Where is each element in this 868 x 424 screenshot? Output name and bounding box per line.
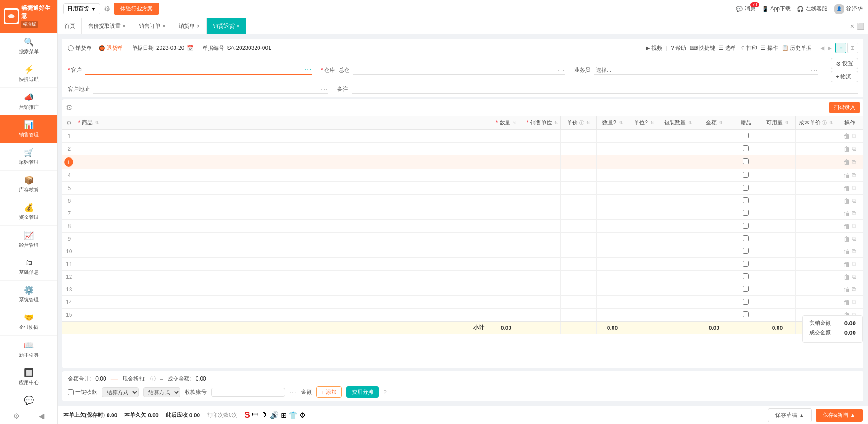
- row-pack-3[interactable]: [660, 155, 696, 169]
- row-gift-10[interactable]: [732, 245, 760, 258]
- row-unit2-12[interactable]: [628, 271, 660, 283]
- row-amount-13[interactable]: [696, 283, 732, 296]
- tab-delivery-close-icon[interactable]: ×: [197, 23, 200, 29]
- calendar-icon[interactable]: 📅: [187, 45, 193, 51]
- row-qty2-13[interactable]: [597, 283, 628, 296]
- warehouse-dots-btn[interactable]: ···: [558, 66, 565, 74]
- gift-checkbox-11[interactable]: [743, 261, 749, 267]
- warehouse-input[interactable]: [353, 66, 558, 74]
- row-amount-9[interactable]: [696, 233, 732, 245]
- gift-checkbox-9[interactable]: [743, 235, 749, 241]
- message-btn[interactable]: 💬 消息 70: [736, 5, 755, 13]
- row-delete-icon-10[interactable]: 🗑: [844, 248, 850, 255]
- unit2-sort-icon[interactable]: ⇅: [651, 120, 654, 125]
- row-cost-3[interactable]: [796, 155, 836, 169]
- amount-sort-icon[interactable]: ⇅: [719, 120, 722, 125]
- qty-sort-icon[interactable]: ⇅: [513, 120, 516, 125]
- sidebar-collapse-icon[interactable]: ◀: [39, 412, 44, 420]
- scan-btn[interactable]: 扫码录入: [829, 102, 860, 113]
- radio-delivery[interactable]: 销货单: [68, 44, 92, 52]
- row-pack-7[interactable]: [660, 207, 696, 220]
- salesperson-input[interactable]: [594, 66, 811, 74]
- action-history[interactable]: 📋 历史单据: [782, 44, 811, 52]
- row-amount-10[interactable]: [696, 245, 732, 258]
- row-unit-4[interactable]: [524, 169, 561, 182]
- row-gift-11[interactable]: [732, 258, 760, 271]
- row-qty-6[interactable]: [488, 195, 524, 207]
- row-delete-icon-6[interactable]: 🗑: [844, 197, 850, 205]
- tab-price-close-icon[interactable]: ×: [123, 23, 126, 29]
- sidebar-item-system[interactable]: ⚙️ 系统管理: [0, 281, 57, 308]
- row-qty2-10[interactable]: [597, 245, 628, 258]
- sidebar-item-purchase[interactable]: 🛒 采购管理: [0, 143, 57, 171]
- row-price-10[interactable]: [561, 245, 597, 258]
- row-price-14[interactable]: [561, 296, 597, 309]
- row-cost-2[interactable]: [796, 143, 836, 155]
- goods-sort-icon[interactable]: ⇅: [95, 120, 99, 125]
- row-unit2-4[interactable]: [628, 169, 660, 182]
- row-amount-8[interactable]: [696, 220, 732, 233]
- row-cost-7[interactable]: [796, 207, 836, 220]
- table-settings-icon[interactable]: ⚙: [66, 103, 72, 112]
- row-unit-6[interactable]: [524, 195, 561, 207]
- calc-method-select[interactable]: 结算方式: [143, 387, 180, 397]
- row-qty-4[interactable]: [488, 169, 524, 182]
- gift-checkbox-4[interactable]: [743, 172, 749, 178]
- account-no-input[interactable]: [211, 388, 285, 397]
- tab-return-close-icon[interactable]: ×: [236, 23, 240, 29]
- row-qty-11[interactable]: [488, 258, 524, 271]
- row-avail-15[interactable]: [760, 309, 796, 322]
- row-unit-5[interactable]: [524, 182, 561, 195]
- row-price-4[interactable]: [561, 169, 597, 182]
- row-amount-6[interactable]: [696, 195, 732, 207]
- action-select[interactable]: ☰ 选单: [719, 44, 736, 52]
- row-copy-icon-9[interactable]: ⧉: [852, 235, 856, 243]
- row-price-11[interactable]: [561, 258, 597, 271]
- row-delete-icon-12[interactable]: 🗑: [844, 273, 850, 281]
- row-pack-4[interactable]: [660, 169, 696, 182]
- action-print[interactable]: 🖨 打印: [740, 44, 757, 52]
- cost-sort-icon[interactable]: ⇅: [829, 120, 833, 125]
- row-unit-10[interactable]: [524, 245, 561, 258]
- qty2-sort-icon[interactable]: ⇅: [619, 120, 623, 125]
- row-copy-icon-8[interactable]: ⧉: [852, 222, 856, 230]
- row-gift-14[interactable]: [732, 296, 760, 309]
- row-pack-12[interactable]: [660, 271, 696, 283]
- row-amount-15[interactable]: [696, 309, 732, 322]
- sidebar-item-enterprise[interactable]: 🤝 企业协同: [0, 308, 57, 336]
- row-amount-1[interactable]: [696, 130, 732, 143]
- row-avail-2[interactable]: [760, 143, 796, 155]
- price-sort-icon[interactable]: ⇅: [586, 120, 590, 125]
- tab-close-all-icon[interactable]: ×: [850, 23, 854, 30]
- row-copy-icon-4[interactable]: ⧉: [852, 172, 856, 179]
- row-copy-icon-10[interactable]: ⧉: [852, 248, 856, 255]
- row-avail-3[interactable]: [760, 155, 796, 169]
- action-help[interactable]: ? 帮助: [671, 44, 686, 52]
- row-avail-11[interactable]: [760, 258, 796, 271]
- row-qty2-12[interactable]: [597, 271, 628, 283]
- row-cost-11[interactable]: [796, 258, 836, 271]
- row-amount-11[interactable]: [696, 258, 732, 271]
- row-qty-15[interactable]: [488, 309, 524, 322]
- s-icon-5[interactable]: ⊞: [281, 411, 287, 419]
- row-copy-icon-3[interactable]: ⧉: [852, 158, 856, 166]
- row-unit2-3[interactable]: [628, 155, 660, 169]
- row-cost-6[interactable]: [796, 195, 836, 207]
- row-gift-6[interactable]: [732, 195, 760, 207]
- row-avail-12[interactable]: [760, 271, 796, 283]
- remark-input[interactable]: [352, 85, 858, 93]
- tab-order[interactable]: 销售订单 ×: [132, 18, 172, 34]
- row-pack-15[interactable]: [660, 309, 696, 322]
- s-icon-4[interactable]: 🔊: [270, 411, 279, 419]
- row-unit-15[interactable]: [524, 309, 561, 322]
- topbar-gear-icon[interactable]: ⚙: [104, 5, 110, 13]
- row-pack-11[interactable]: [660, 258, 696, 271]
- row-unit2-9[interactable]: [628, 233, 660, 245]
- cost-info-icon[interactable]: ⓘ: [822, 120, 827, 125]
- row-gift-4[interactable]: [732, 169, 760, 182]
- row-delete-icon-4[interactable]: 🗑: [844, 172, 850, 179]
- gift-checkbox-2[interactable]: [743, 145, 749, 151]
- row-delete-icon-9[interactable]: 🗑: [844, 235, 850, 243]
- row-qty-10[interactable]: [488, 245, 524, 258]
- sidebar-item-inventory[interactable]: 📦 库存核算: [0, 171, 57, 198]
